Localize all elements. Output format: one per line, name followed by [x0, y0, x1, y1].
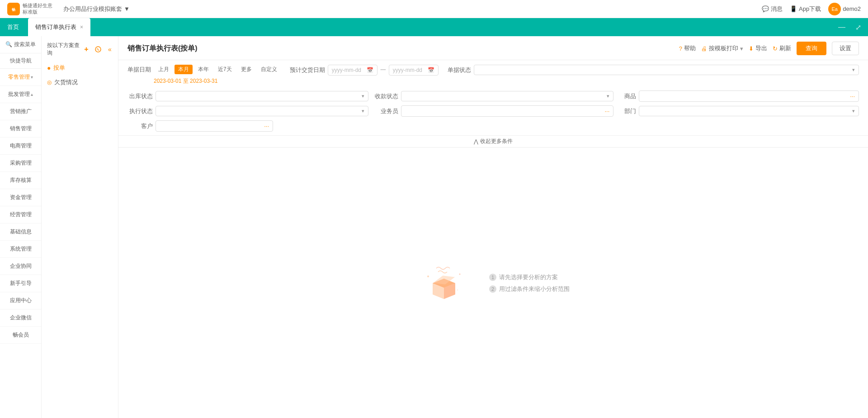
help-icon: ?: [679, 45, 682, 52]
sidebar-item-retail[interactable]: 零售管理 ▾: [0, 69, 41, 86]
filter-row-2: 出库状态 ▾ 收款状态 ▾: [118, 89, 868, 104]
receipt-status-select[interactable]: ▾: [401, 91, 614, 101]
dept-group: 部门 ▾: [618, 105, 859, 117]
print-btn[interactable]: 🖨 按模板打印 ▾: [701, 44, 743, 52]
sidebar-item-inventory[interactable]: 库存核算: [0, 172, 41, 189]
user-action[interactable]: Ea demo2: [828, 3, 861, 15]
sidebar-search[interactable]: 🔍 搜索菜单: [0, 36, 41, 53]
query-button[interactable]: 查询: [797, 42, 826, 55]
sidebar-item-wholesale[interactable]: 批发管理 ▴: [0, 86, 41, 103]
main-layout: 🔍 搜索菜单 快捷导航 零售管理 ▾ 批发管理 ▴ 营销推广 销售管理 电商管理: [0, 36, 868, 418]
sidebar-item-system[interactable]: 系统管理: [0, 241, 41, 258]
expected-date-start[interactable]: yyyy-mm-dd 📅: [328, 65, 377, 76]
goods-label: 商品: [618, 92, 636, 100]
salesperson-select[interactable]: ···: [401, 105, 614, 117]
filter-row-4: 客户 ···: [118, 119, 868, 133]
out-status-select[interactable]: ▾: [156, 91, 368, 101]
left-panel-item-backorder[interactable]: ◎ 欠货情况: [42, 75, 118, 90]
empty-text: 1 请先选择要分析的方案 2 用过滤条件来缩小分析范围: [489, 273, 570, 293]
sidebar-item-purchase[interactable]: 采购管理: [0, 155, 41, 172]
expected-date-end[interactable]: yyyy-mm-dd 📅: [389, 65, 439, 76]
top-header: 畅 畅捷通好生意 标准版 办公用品行业模拟账套 ▼ 💬 消息 📱 App下载 E…: [0, 0, 868, 18]
sidebar-item-ecommerce[interactable]: 电商管理: [0, 138, 41, 155]
tab-home[interactable]: 首页: [0, 18, 26, 36]
filter-row-3: 执行状态 ▾ 业务员 ···: [118, 104, 868, 119]
date-tab-more[interactable]: 更多: [237, 65, 255, 74]
date-range-hint: 2023-03-01 至 2023-03-31: [118, 77, 868, 89]
svg-point-9: [427, 276, 429, 277]
collapse-icon: ⋀: [474, 138, 478, 145]
date-separator: 一: [380, 66, 386, 74]
dept-select[interactable]: ▾: [639, 106, 859, 116]
help-btn[interactable]: ? 帮助: [679, 44, 696, 52]
tab-close-icon[interactable]: ×: [80, 24, 83, 30]
sidebar-item-operations[interactable]: 经营管理: [0, 206, 41, 223]
sidebar-item-app-center[interactable]: 应用中心: [0, 292, 41, 309]
sidebar-item-basic-info[interactable]: 基础信息: [0, 223, 41, 241]
tab-minimize-btn[interactable]: —: [835, 21, 848, 33]
header-left: 畅 畅捷通好生意 标准版 办公用品行业模拟账套 ▼: [7, 3, 130, 15]
page-title: 销售订单执行表(按单): [127, 44, 198, 53]
message-action[interactable]: 💬 消息: [762, 5, 783, 13]
header-right: 💬 消息 📱 App下载 Ea demo2: [762, 3, 861, 15]
app-icon: 📱: [790, 5, 797, 12]
tab-bar-actions: — ⤢: [835, 21, 868, 33]
receipt-status-arrow-icon: ▾: [607, 93, 609, 99]
breadcrumb[interactable]: 办公用品行业模拟账套 ▼: [63, 5, 130, 13]
sidebar-item-marketing[interactable]: 营销推广: [0, 103, 41, 120]
salesperson-label: 业务员: [373, 107, 398, 115]
date-tab-custom[interactable]: 自定义: [257, 65, 281, 74]
page-header-actions: ? 帮助 🖨 按模板打印 ▾ ⬇ 导出: [679, 42, 859, 55]
sidebar-item-enterprise-collab[interactable]: 企业协同: [0, 258, 41, 275]
filter-section: 单据日期 上月 本月 本年 近7天 更多 自定义: [118, 60, 868, 147]
sidebar-shortcut[interactable]: 快捷导航: [0, 53, 41, 69]
add-scheme-btn[interactable]: +: [82, 45, 91, 54]
date-tab-last-month[interactable]: 上月: [155, 65, 173, 74]
sidebar-item-newbie[interactable]: 新手引导: [0, 275, 41, 292]
date-tab-7days[interactable]: 近7天: [214, 65, 236, 74]
collapse-panel-btn[interactable]: «: [105, 45, 114, 54]
calendar-start-icon: 📅: [367, 67, 373, 73]
left-panel-item-by-order[interactable]: ● 按单: [42, 61, 118, 75]
refresh-btn[interactable]: ↻ 刷新: [773, 44, 791, 52]
avatar: Ea: [828, 3, 841, 15]
empty-illustration: [417, 261, 471, 306]
svg-point-11: [457, 290, 458, 290]
print-arrow-icon: ▾: [740, 45, 743, 52]
empty-step-2: 2 用过滤条件来缩小分析范围: [489, 285, 570, 293]
collapse-filters-btn[interactable]: ⋀ 收起更多条件: [118, 135, 868, 147]
exec-status-arrow-icon: ▾: [362, 108, 364, 114]
customer-select[interactable]: ···: [156, 120, 273, 132]
customer-label: 客户: [127, 122, 153, 130]
doc-status-label: 单据状态: [448, 66, 471, 74]
logo-icon: 畅: [7, 3, 20, 15]
receipt-status-label: 收款状态: [373, 92, 398, 100]
date-filter-group: 单据日期 上月 本月 本年 近7天 更多 自定义: [127, 65, 281, 74]
date-label: 单据日期: [127, 66, 151, 74]
tab-maximize-btn[interactable]: ⤢: [852, 21, 864, 33]
sidebar-item-sales[interactable]: 销售管理: [0, 120, 41, 138]
app-download-action[interactable]: 📱 App下载: [790, 5, 821, 13]
tab-sales-execution[interactable]: 销售订单执行表 ×: [28, 18, 90, 36]
left-panel-icons: + ✎ «: [82, 45, 114, 54]
exec-status-label: 执行状态: [127, 107, 153, 115]
date-tab-this-month[interactable]: 本月: [175, 65, 193, 74]
backorder-icon: ◎: [47, 79, 52, 86]
page-header: 销售订单执行表(按单) ? 帮助 🖨 按模板打印 ▾: [118, 36, 868, 60]
tab-bar: 首页 销售订单执行表 × — ⤢: [0, 18, 868, 36]
sidebar-item-member[interactable]: 畅会员: [0, 327, 41, 344]
settings-button[interactable]: 设置: [832, 42, 859, 55]
edit-scheme-btn[interactable]: ✎: [94, 45, 103, 54]
doc-status-select[interactable]: ▾: [474, 65, 859, 75]
page-layout: 按以下方案查询 + ✎ « ● 按单 ◎ 欠货情况: [42, 36, 868, 418]
message-icon: 💬: [762, 5, 769, 12]
exec-status-select[interactable]: ▾: [156, 106, 368, 116]
date-tab-this-year[interactable]: 本年: [194, 65, 212, 74]
sidebar-item-enterprise-wechat[interactable]: 企业微信: [0, 309, 41, 327]
svg-point-10: [459, 273, 461, 275]
sidebar-item-finance[interactable]: 资金管理: [0, 189, 41, 206]
export-btn[interactable]: ⬇ 导出: [749, 44, 767, 52]
goods-select[interactable]: ···: [639, 90, 859, 102]
out-status-group: 出库状态 ▾: [127, 90, 368, 102]
order-icon: ●: [47, 64, 51, 71]
